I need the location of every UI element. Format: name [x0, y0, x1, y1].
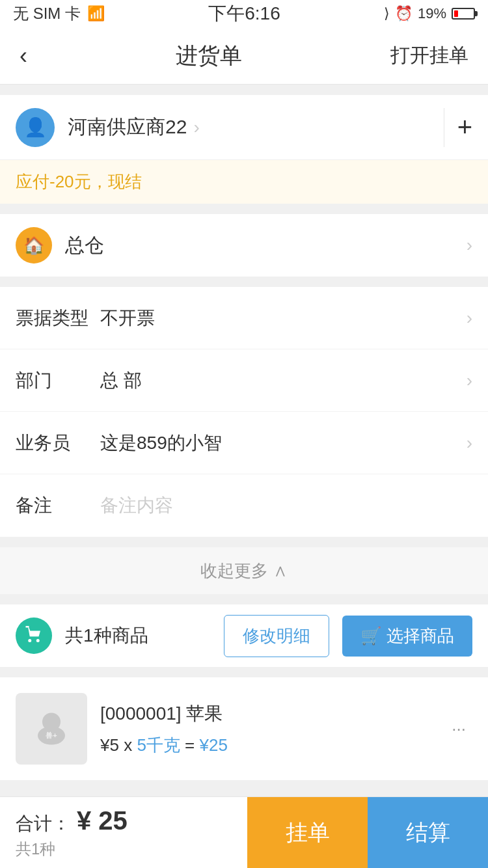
svg-text:兽+: 兽+ — [46, 731, 57, 739]
status-right: ⟩ ⏰ 19% — [384, 5, 475, 22]
department-value: 总 部 — [94, 368, 460, 393]
collapse-label: 收起更多 ∧ — [200, 560, 287, 582]
sim-label: 无 SIM 卡 — [13, 3, 81, 24]
supplier-name: 河南供应商22 — [68, 114, 187, 141]
total-section: 合计： ¥ 25 共1种 — [0, 797, 247, 868]
total-row: 合计： ¥ 25 — [16, 806, 232, 836]
product-info: [0000001] 苹果 ¥5 x 5千克 = ¥25 — [100, 701, 432, 757]
remark-placeholder: 备注内容 — [94, 493, 472, 518]
total-amount: ¥ 25 — [77, 806, 128, 835]
chevron-right-icon: › — [467, 433, 472, 454]
chevron-right-icon: › — [467, 370, 472, 391]
product-item: 兽+ [0000001] 苹果 ¥5 x 5千克 = ¥25 ··· — [0, 677, 488, 780]
warehouse-icon: 🏠 — [16, 227, 52, 264]
products-header: 共1种商品 修改明细 🛒 选择商品 — [0, 604, 488, 667]
back-button[interactable]: ‹ — [20, 42, 27, 70]
supplier-card: 👤 河南供应商22 › + 应付-20元，现结 — [0, 95, 488, 204]
alarm-icon: ⏰ — [395, 5, 413, 22]
form-card: 票据类型 不开票 › 部门 总 部 › 业务员 这是859的小智 › 备注 备注… — [0, 287, 488, 537]
warehouse-name: 总仓 — [65, 232, 460, 259]
total-count: 共1种 — [16, 839, 232, 860]
product-id: [0000001] — [100, 703, 186, 724]
add-button[interactable]: + — [457, 113, 472, 142]
status-time: 下午6:16 — [208, 1, 280, 26]
collapse-button[interactable]: 收起更多 ∧ — [0, 547, 488, 594]
unit-price: ¥5 x — [100, 735, 137, 755]
chevron-right-icon: › — [467, 235, 472, 256]
settle-button[interactable]: 结算 — [368, 797, 488, 868]
page-title: 进货单 — [176, 41, 242, 71]
remark-row[interactable]: 备注 备注内容 — [0, 474, 488, 537]
quantity: 5千克 — [137, 735, 180, 755]
vertical-divider — [444, 108, 444, 147]
chevron-right-icon: › — [193, 117, 199, 138]
product-name: [0000001] 苹果 — [100, 701, 432, 726]
select-product-label: 选择商品 — [386, 625, 454, 647]
salesperson-label: 业务员 — [16, 431, 94, 455]
salesperson-row[interactable]: 业务员 这是859的小智 › — [0, 412, 488, 474]
status-bar: 无 SIM 卡 📶 下午6:16 ⟩ ⏰ 19% — [0, 0, 488, 27]
bottom-bar: 合计： ¥ 25 共1种 挂单 结算 — [0, 796, 488, 868]
warehouse-card[interactable]: 🏠 总仓 › — [0, 214, 488, 277]
product-price: ¥5 x 5千克 = ¥25 — [100, 734, 432, 757]
more-button[interactable]: ··· — [445, 712, 472, 746]
main-content: 👤 河南供应商22 › + 应付-20元，现结 🏠 总仓 › 票据类型 不开票 … — [0, 95, 488, 865]
total-label: 合计： — [16, 811, 70, 836]
products-count: 共1种商品 — [65, 623, 211, 648]
salesperson-value: 这是859的小智 — [94, 431, 460, 455]
payment-notice: 应付-20元，现结 — [0, 160, 488, 204]
avatar-icon: 👤 — [24, 116, 47, 138]
select-product-button[interactable]: 🛒 选择商品 — [342, 616, 472, 657]
product-title: 苹果 — [186, 703, 223, 724]
status-left: 无 SIM 卡 📶 — [13, 3, 105, 24]
supplier-avatar: 👤 — [16, 108, 55, 147]
total-price: ¥25 — [200, 735, 228, 755]
invoice-type-label: 票据类型 — [16, 306, 94, 331]
battery-percent: 19% — [418, 5, 446, 22]
product-thumbnail: 兽+ — [16, 693, 87, 765]
wifi-icon: 📶 — [87, 5, 105, 22]
invoice-type-value: 不开票 — [94, 306, 460, 331]
warehouse-row[interactable]: 🏠 总仓 › — [0, 214, 488, 277]
chevron-right-icon: › — [467, 308, 472, 329]
department-label: 部门 — [16, 368, 94, 393]
location-icon: ⟩ — [384, 5, 390, 22]
remark-label: 备注 — [16, 493, 94, 518]
invoice-type-row[interactable]: 票据类型 不开票 › — [0, 287, 488, 349]
products-section: 共1种商品 修改明细 🛒 选择商品 兽+ [0000001] 苹果 — [0, 604, 488, 780]
hang-button[interactable]: 挂单 — [247, 797, 368, 868]
supplier-row: 👤 河南供应商22 › + — [0, 95, 488, 160]
products-icon — [16, 617, 52, 654]
battery-icon — [452, 8, 475, 20]
cart-icon: 🛒 — [360, 626, 381, 646]
supplier-selector[interactable]: 👤 河南供应商22 › — [16, 108, 431, 147]
product-thumb-icon: 兽+ — [29, 706, 74, 752]
equals: = — [185, 735, 199, 755]
nav-bar: ‹ 进货单 打开挂单 — [0, 27, 488, 85]
department-row[interactable]: 部门 总 部 › — [0, 349, 488, 412]
edit-detail-button[interactable]: 修改明细 — [224, 615, 329, 657]
open-hang-button[interactable]: 打开挂单 — [390, 42, 468, 69]
